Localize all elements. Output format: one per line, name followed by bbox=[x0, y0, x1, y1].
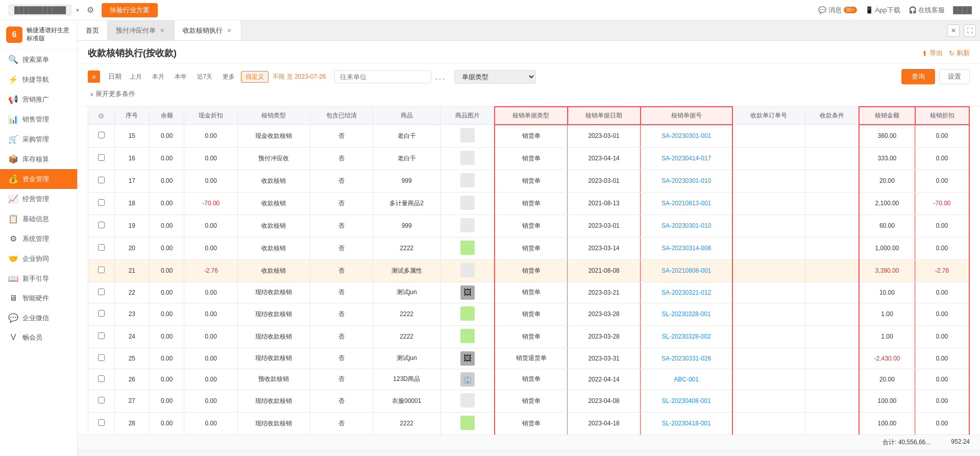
refresh-button[interactable]: ↻ 刷新 bbox=[949, 49, 970, 58]
query-button[interactable]: 查询 bbox=[901, 69, 935, 84]
cell-checkbox[interactable] bbox=[88, 259, 115, 282]
cell-checkbox[interactable] bbox=[88, 147, 115, 170]
row-checkbox[interactable] bbox=[98, 289, 105, 295]
user-name[interactable]: ████ bbox=[953, 6, 972, 14]
cell-bill-no[interactable]: SA-20230301-010 bbox=[641, 170, 733, 192]
cell-checkbox[interactable] bbox=[88, 412, 115, 435]
expand-more-btn[interactable]: ∨ 展开更多条件 bbox=[90, 89, 968, 99]
cell-checkbox[interactable] bbox=[88, 390, 115, 412]
gear-button[interactable]: ⚙ bbox=[83, 3, 97, 17]
sidebar-item-13[interactable]: 💬企业微信 bbox=[0, 308, 77, 328]
cell-checkbox[interactable] bbox=[88, 325, 115, 348]
online-service-link[interactable]: 🎧 在线客服 bbox=[909, 6, 945, 15]
sidebar-item-11[interactable]: 📖新手引导 bbox=[0, 269, 77, 289]
bill-no-link[interactable]: SL-20230328-001 bbox=[662, 310, 711, 318]
cell-checkbox[interactable] bbox=[88, 170, 115, 192]
cell-checkbox[interactable] bbox=[88, 237, 115, 259]
cell-bill-no[interactable]: ABC-001 bbox=[641, 369, 733, 390]
cell-bill-no[interactable]: SL-20230408-001 bbox=[641, 390, 733, 412]
bill-no-link[interactable]: SA-20230301-001 bbox=[662, 132, 711, 139]
cell-checkbox[interactable] bbox=[88, 214, 115, 237]
cell-bill-no[interactable]: SA-20230414-017 bbox=[641, 147, 733, 170]
bill-no-link[interactable]: ABC-001 bbox=[674, 376, 699, 383]
cell-bill-no[interactable]: SL-20230328-002 bbox=[641, 325, 733, 348]
cell-bill-no[interactable]: SA-20230331-026 bbox=[641, 348, 733, 369]
row-checkbox[interactable] bbox=[98, 132, 105, 138]
bill-no-link[interactable]: SA-20230321-012 bbox=[662, 289, 711, 296]
bill-no-link[interactable]: SL-20230408-001 bbox=[662, 397, 711, 404]
sidebar-item-4[interactable]: 🛒采购管理 bbox=[0, 129, 77, 149]
tab-maximize-button[interactable]: ⛶ bbox=[964, 25, 976, 37]
tab-prepaid[interactable]: 预付冲应付单 ✕ bbox=[108, 20, 175, 40]
tab-writeoff-close[interactable]: ✕ bbox=[226, 26, 233, 35]
row-checkbox[interactable] bbox=[98, 177, 105, 183]
row-checkbox[interactable] bbox=[98, 419, 105, 426]
filter-toggle-btn[interactable]: » bbox=[88, 70, 100, 83]
sidebar-item-5[interactable]: 📦库存核算 bbox=[0, 149, 77, 169]
row-checkbox[interactable] bbox=[98, 154, 105, 161]
date-btn-last-month[interactable]: 上月 bbox=[126, 71, 146, 82]
th-settings[interactable]: ⚙ bbox=[88, 107, 115, 125]
sidebar-item-14[interactable]: V畅会员 bbox=[0, 328, 77, 347]
dropdown-icon[interactable]: ▾ bbox=[76, 7, 79, 14]
cell-checkbox[interactable] bbox=[88, 125, 115, 147]
export-button[interactable]: ⬆ 导出 bbox=[922, 49, 943, 58]
bill-no-link[interactable]: SL-20230328-002 bbox=[662, 333, 711, 340]
tab-close-all-button[interactable]: ✕ bbox=[947, 25, 960, 37]
cell-bill-no[interactable]: SL-20230328-001 bbox=[641, 303, 733, 325]
settings-button[interactable]: 设置 bbox=[939, 69, 970, 84]
sidebar-item-10[interactable]: 🤝企业协同 bbox=[0, 249, 77, 269]
date-btn-7days[interactable]: 近7天 bbox=[193, 71, 217, 82]
sidebar-item-8[interactable]: 📋基础信息 bbox=[0, 209, 77, 229]
sidebar-item-1[interactable]: ⚡快捷导航 bbox=[0, 69, 77, 89]
row-checkbox[interactable] bbox=[98, 244, 105, 251]
bill-no-link[interactable]: SA-20230314-008 bbox=[662, 245, 711, 252]
date-btn-custom[interactable]: 自定义 bbox=[241, 71, 268, 83]
row-checkbox[interactable] bbox=[98, 375, 105, 382]
sidebar-item-12[interactable]: 🖥智能硬件 bbox=[0, 289, 77, 308]
company-name[interactable]: ███████████ bbox=[8, 4, 72, 16]
sidebar-item-3[interactable]: 📊销售管理 bbox=[0, 109, 77, 129]
cell-bill-no[interactable]: SL-20230418-001 bbox=[641, 412, 733, 435]
cell-bill-no[interactable]: SA-20210808-001 bbox=[641, 259, 733, 282]
tab-prepaid-close[interactable]: ✕ bbox=[159, 26, 166, 35]
cell-checkbox[interactable] bbox=[88, 348, 115, 369]
cell-bill-no[interactable]: SA-20230314-008 bbox=[641, 237, 733, 259]
cell-checkbox[interactable] bbox=[88, 303, 115, 325]
date-btn-more[interactable]: 更多 bbox=[218, 71, 239, 82]
app-download-link[interactable]: 📱 App下载 bbox=[865, 6, 900, 15]
row-checkbox[interactable] bbox=[98, 267, 105, 273]
cell-bill-no[interactable]: SA-20230321-012 bbox=[641, 282, 733, 303]
sidebar-item-2[interactable]: 📢营销推广 bbox=[0, 89, 77, 109]
cell-checkbox[interactable] bbox=[88, 192, 115, 214]
date-btn-this-year[interactable]: 本年 bbox=[170, 71, 191, 82]
bill-no-link[interactable]: SA-20210813-001 bbox=[662, 200, 711, 207]
sidebar-item-9[interactable]: ⚙系统管理 bbox=[0, 229, 77, 249]
cell-bill-no[interactable]: SA-20230301-010 bbox=[641, 214, 733, 237]
row-checkbox[interactable] bbox=[98, 397, 105, 403]
tab-home[interactable]: 首页 bbox=[78, 20, 108, 40]
row-checkbox[interactable] bbox=[98, 332, 105, 339]
horizontal-scrollbar[interactable] bbox=[78, 450, 980, 456]
bill-no-link[interactable]: SA-20230331-026 bbox=[662, 355, 711, 362]
row-checkbox[interactable] bbox=[98, 222, 105, 228]
sidebar-item-7[interactable]: 📈经营管理 bbox=[0, 189, 77, 209]
tab-writeoff[interactable]: 收款核销执行 ✕ bbox=[175, 20, 241, 40]
sidebar-item-6[interactable]: 💰资金管理 bbox=[0, 169, 77, 189]
sidebar-item-0[interactable]: 🔍搜索菜单 bbox=[0, 50, 77, 69]
bill-type-select[interactable]: 单据类型 bbox=[454, 70, 536, 84]
message-badge[interactable]: 💬 消息 99+ bbox=[818, 6, 857, 15]
row-checkbox[interactable] bbox=[98, 199, 105, 206]
cell-checkbox[interactable] bbox=[88, 369, 115, 390]
industry-button[interactable]: 休验行业方案 bbox=[102, 3, 158, 17]
bill-no-link[interactable]: SA-20230301-010 bbox=[662, 177, 711, 184]
bill-no-link[interactable]: SL-20230418-001 bbox=[662, 420, 711, 427]
bill-no-link[interactable]: SA-20210808-001 bbox=[662, 267, 711, 274]
date-btn-this-month[interactable]: 本月 bbox=[148, 71, 168, 82]
cell-checkbox[interactable] bbox=[88, 282, 115, 303]
cell-bill-no[interactable]: SA-20210813-001 bbox=[641, 192, 733, 214]
row-checkbox[interactable] bbox=[98, 354, 105, 361]
row-checkbox[interactable] bbox=[98, 310, 105, 317]
bill-no-link[interactable]: SA-20230301-010 bbox=[662, 222, 711, 229]
bill-no-link[interactable]: SA-20230414-017 bbox=[662, 155, 711, 162]
